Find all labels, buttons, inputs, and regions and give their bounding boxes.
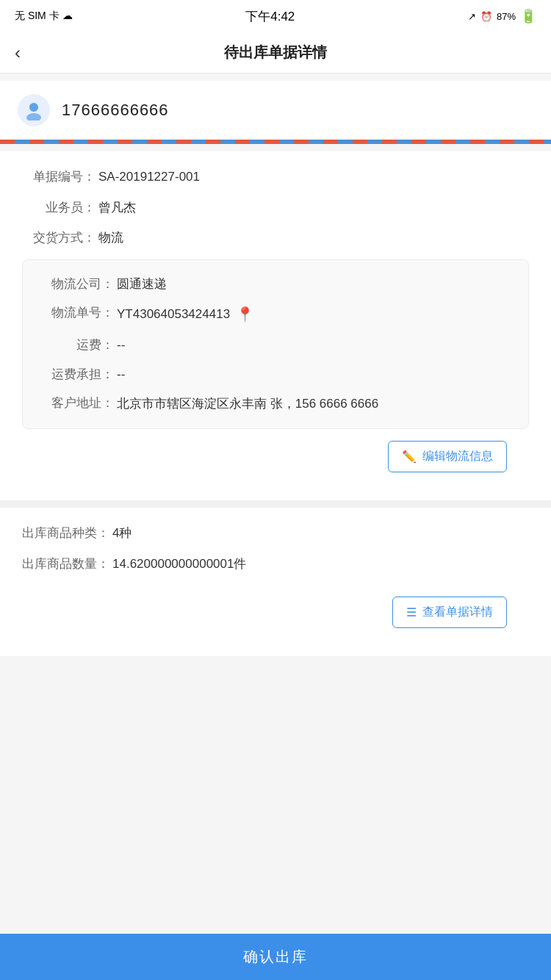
user-avatar-icon	[24, 100, 44, 120]
document-info-section: 单据编号： SA-20191227-001 业务员： 曾凡杰 交货方式： 物流 …	[0, 151, 551, 500]
confirm-button-label: 确认出库	[243, 948, 308, 965]
status-right: ↗ ⏰ 87% 🔋	[468, 8, 536, 24]
sales-rep-label: 业务员：	[22, 198, 96, 217]
logistics-company-label: 物流公司：	[40, 275, 114, 294]
user-header: 17666666666	[0, 81, 551, 140]
back-button[interactable]: ‹	[15, 37, 26, 69]
goods-type-label: 出库商品种类：	[22, 524, 109, 543]
edit-logistics-area: ✏️ 编辑物流信息	[22, 429, 529, 484]
freight-responsible-row: 运费承担： --	[40, 365, 511, 384]
logistics-company-row: 物流公司： 圆通速递	[40, 275, 511, 294]
battery-level: 87%	[497, 11, 516, 22]
edit-logistics-button[interactable]: ✏️ 编辑物流信息	[388, 441, 507, 472]
document-number-row: 单据编号： SA-20191227-001	[22, 167, 529, 187]
sim-status: 无 SIM 卡 ☁	[15, 10, 73, 23]
goods-section: 出库商品种类： 4种 出库商品数量： 14.620000000000001件 ☰…	[0, 508, 551, 656]
list-icon: ☰	[406, 605, 417, 619]
document-number-value: SA-20191227-001	[98, 167, 529, 187]
section-divider	[0, 500, 551, 508]
view-detail-button[interactable]: ☰ 查看单据详情	[392, 597, 507, 628]
status-left: 无 SIM 卡 ☁	[15, 10, 73, 23]
delivery-method-label: 交货方式：	[22, 228, 96, 248]
user-phone: 17666666666	[62, 101, 169, 120]
status-time: 下午4:42	[245, 8, 295, 25]
address-value: 北京市市辖区海淀区永丰南 张，156 6666 6666	[117, 394, 511, 414]
freight-value: --	[117, 336, 511, 355]
status-bar: 无 SIM 卡 ☁ 下午4:42 ↗ ⏰ 87% 🔋	[0, 0, 551, 32]
sales-rep-row: 业务员： 曾凡杰	[22, 198, 529, 217]
freight-row: 运费： --	[40, 336, 511, 355]
edit-icon: ✏️	[402, 450, 417, 464]
logistics-company-value: 圆通速递	[117, 275, 511, 294]
address-row: 客户地址： 北京市市辖区海淀区永丰南 张，156 6666 6666	[40, 394, 511, 414]
sales-rep-value: 曾凡杰	[98, 198, 529, 217]
document-number-label: 单据编号：	[22, 167, 96, 187]
avatar	[18, 94, 50, 126]
freight-label: 运费：	[40, 336, 114, 355]
tracking-location-icon[interactable]: 📍	[236, 303, 254, 325]
goods-quantity-label: 出库商品数量：	[22, 555, 109, 574]
freight-responsible-label: 运费承担：	[40, 365, 114, 384]
spacer	[0, 656, 551, 803]
edit-logistics-label: 编辑物流信息	[422, 449, 493, 464]
battery-icon: 🔋	[520, 8, 536, 24]
view-detail-label: 查看单据详情	[422, 605, 493, 620]
location-status-icon: ↗	[468, 11, 476, 22]
goods-quantity-value: 14.620000000000001件	[112, 555, 529, 574]
dashed-divider	[0, 140, 551, 144]
page-title: 待出库单据详情	[224, 43, 327, 62]
delivery-method-value: 物流	[98, 228, 529, 248]
confirm-button-area[interactable]: 确认出库	[0, 934, 551, 980]
delivery-method-row: 交货方式： 物流	[22, 228, 529, 248]
freight-responsible-value: --	[117, 365, 511, 384]
goods-type-value: 4种	[112, 524, 529, 543]
logistics-tracking-value: YT43064053424413 📍	[117, 303, 511, 325]
logistics-tracking-label: 物流单号：	[40, 303, 114, 323]
logistics-card: 物流公司： 圆通速递 物流单号： YT43064053424413 📍 运费： …	[22, 259, 529, 430]
view-detail-area: ☰ 查看单据详情	[22, 585, 529, 640]
svg-point-1	[26, 113, 41, 120]
logistics-tracking-row: 物流单号： YT43064053424413 📍	[40, 303, 511, 325]
alarm-icon: ⏰	[480, 11, 492, 22]
goods-quantity-row: 出库商品数量： 14.620000000000001件	[22, 555, 529, 574]
nav-bar: ‹ 待出库单据详情	[0, 32, 551, 73]
svg-point-0	[29, 103, 38, 112]
goods-type-row: 出库商品种类： 4种	[22, 524, 529, 543]
address-label: 客户地址：	[40, 394, 114, 413]
